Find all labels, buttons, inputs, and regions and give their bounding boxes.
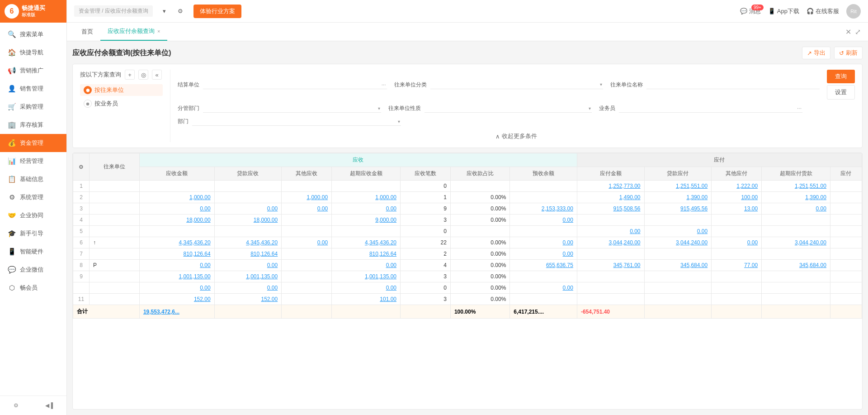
th-ar-count: 应收笔数 bbox=[401, 167, 451, 181]
sidebar-item-purchase[interactable]: 🛒 采购管理 bbox=[0, 98, 66, 116]
sidebar-label-sales: 销售管理 bbox=[20, 85, 43, 93]
sidebar-label-enterprise: 企业协同 bbox=[20, 211, 43, 219]
tab-close-btn[interactable]: × bbox=[157, 29, 160, 34]
total-ar-amount: 19,553,472,6... bbox=[139, 305, 214, 319]
sidebar-item-operations[interactable]: 📊 经营管理 bbox=[0, 152, 66, 170]
sidebar-item-beginner[interactable]: 🎓 新手引导 bbox=[0, 224, 66, 243]
partner-name-input[interactable] bbox=[646, 81, 820, 89]
dropdown-icon[interactable]: ▾ bbox=[157, 5, 171, 18]
table-row: 6↑4,345,436.204,345,436.200.004,345,436.… bbox=[73, 237, 862, 248]
sidebar-label-search-menu: 搜索菜单 bbox=[20, 30, 43, 38]
header-right: 💬 消息 99+ 📱 App下载 🎧 在线客服 Rit bbox=[740, 4, 861, 19]
th-ar-other: 其他应收 bbox=[282, 167, 332, 181]
tab-home[interactable]: 首页 bbox=[74, 23, 100, 40]
sidebar-label-operations: 经营管理 bbox=[20, 157, 43, 165]
breadcrumb: 资金管理 / 应收应付余额查询 bbox=[74, 5, 153, 17]
promo-button[interactable]: 体验行业方案 bbox=[193, 5, 241, 18]
sidebar-label-inventory: 库存核算 bbox=[20, 121, 43, 129]
sidebar-icon-smart-hardware: 📱 bbox=[7, 247, 16, 256]
table-row: 418,000.0018,000.009,000.0030.00%0.00 bbox=[73, 215, 862, 226]
export-button[interactable]: ↗ 导出 bbox=[802, 47, 830, 59]
sidebar-settings-btn[interactable]: ⚙ bbox=[9, 400, 23, 411]
total-ap-loan bbox=[644, 305, 712, 319]
filter-settings-button[interactable]: 设置 bbox=[827, 85, 855, 100]
collapse-filter-btn[interactable]: ∧ 收起更多条件 bbox=[491, 130, 542, 142]
sidebar-icon-sales: 👤 bbox=[7, 84, 16, 93]
sidebar-label-system: 系统管理 bbox=[20, 193, 43, 201]
tab-close-window-icon[interactable]: ✕ bbox=[845, 28, 851, 36]
salesperson-input[interactable] bbox=[619, 104, 802, 112]
partner-nature-input[interactable] bbox=[425, 104, 592, 112]
sidebar-bottom: ⚙ ◀▐ bbox=[0, 396, 66, 415]
app-logo: 6 畅捷通买 标准版 bbox=[0, 0, 66, 23]
refresh-button[interactable]: ↺ 刷新 bbox=[834, 47, 863, 59]
refresh-label: 刷新 bbox=[846, 49, 858, 57]
filter-arrow-icon[interactable]: « bbox=[152, 70, 162, 80]
total-ar-overdue bbox=[332, 305, 401, 319]
department-input[interactable] bbox=[192, 117, 401, 125]
dept-in-charge-input[interactable] bbox=[203, 104, 381, 112]
th-partner: 往来单位 bbox=[90, 153, 140, 181]
total-row: 合计 19,553,472,6... 100.00% 6,417,215....… bbox=[73, 305, 862, 319]
tab-maximize-icon[interactable]: ⤢ bbox=[855, 28, 861, 36]
sidebar-item-system[interactable]: ⚙ 系统管理 bbox=[0, 188, 66, 206]
online-service-area[interactable]: 🎧 在线客服 bbox=[807, 7, 839, 15]
sidebar-collapse-btn[interactable]: ◀▐ bbox=[41, 400, 58, 411]
sidebar-item-sales[interactable]: 👤 销售管理 bbox=[0, 80, 66, 98]
sidebar-item-quick-nav[interactable]: 🏠 快捷导航 bbox=[0, 43, 66, 62]
table-row: 8P0.000.000.0040.00%655,636.75345,761.00… bbox=[73, 260, 862, 271]
tab-active-label: 应收应付余额查询 bbox=[108, 27, 155, 35]
partner-category-input[interactable] bbox=[430, 81, 604, 89]
sidebar-label-basic-info: 基础信息 bbox=[20, 175, 43, 183]
page-content: 应收应付余额查询(按往来单位) ↗ 导出 ↺ 刷新 按以下方案查询 bbox=[67, 41, 868, 415]
sidebar-icon-finance: 💰 bbox=[7, 138, 16, 148]
total-ap-amount: -654,751.40 bbox=[577, 305, 644, 319]
sidebar-item-inventory[interactable]: 🏢 库存核算 bbox=[0, 116, 66, 134]
online-service-icon: 🎧 bbox=[807, 8, 814, 14]
filter-target-icon[interactable]: ◎ bbox=[138, 70, 148, 80]
collapse-icon: ∧ bbox=[495, 133, 500, 140]
sidebar-item-search-menu[interactable]: 🔍 搜索菜单 bbox=[0, 25, 66, 43]
sidebar-item-member[interactable]: ⬡ 畅会员 bbox=[0, 279, 66, 297]
refresh-icon: ↺ bbox=[839, 50, 844, 57]
th-payable-group: 应付 bbox=[577, 153, 862, 167]
query-button[interactable]: 查询 bbox=[827, 70, 855, 83]
notification-area[interactable]: 💬 消息 99+ bbox=[740, 7, 761, 15]
export-label: 导出 bbox=[814, 49, 826, 57]
notification-badge: 99+ bbox=[751, 5, 764, 10]
user-avatar[interactable]: Rit bbox=[846, 4, 861, 19]
sidebar-icon-member: ⬡ bbox=[7, 283, 16, 292]
filter-option-salesperson[interactable]: ⏺ 按业务员 bbox=[80, 98, 163, 110]
th-ap-amount: 应付金额 bbox=[577, 167, 644, 181]
app-download-area[interactable]: 📱 App下载 bbox=[768, 7, 799, 15]
sidebar-item-smart-hardware[interactable]: 📱 智能硬件 bbox=[0, 243, 66, 261]
sidebar-icon-beginner: 🎓 bbox=[7, 229, 16, 238]
sidebar-item-finance[interactable]: 💰 资金管理 bbox=[0, 134, 66, 152]
page-header: 应收应付余额查询(按往来单位) ↗ 导出 ↺ 刷新 bbox=[72, 47, 863, 59]
online-service-label: 在线客服 bbox=[816, 7, 839, 15]
filter-option-partner[interactable]: ⬢ 按往来单位 bbox=[80, 84, 163, 96]
th-ap-col: 应付 bbox=[830, 167, 862, 181]
th-ar-advance: 预收余额 bbox=[510, 167, 577, 181]
table-row: 21,000.001,000.001,000.0010.00%1,490.001… bbox=[73, 192, 862, 203]
settlement-unit-label: 结算单位 bbox=[178, 81, 199, 89]
th-ar-loan: 贷款应收 bbox=[214, 167, 282, 181]
page-header-actions: ↗ 导出 ↺ 刷新 bbox=[802, 47, 863, 59]
sidebar-item-enterprise-wechat[interactable]: 💬 企业微信 bbox=[0, 261, 66, 279]
app-version: 标准版 bbox=[22, 12, 45, 18]
page-title: 应收应付余额查询(按往来单位) bbox=[72, 48, 171, 58]
dept-dropdown: ▾ bbox=[378, 106, 380, 111]
filter-area: 按以下方案查询 + ◎ « ⬢ 按往来单位 ⏺ 按业务员 bbox=[72, 64, 863, 148]
sidebar-label-smart-hardware: 智能硬件 bbox=[20, 248, 43, 256]
tab-active[interactable]: 应收应付余额查询 × bbox=[100, 23, 167, 41]
sidebar-icon-basic-info: 📋 bbox=[7, 175, 16, 184]
sidebar-item-enterprise[interactable]: 🤝 企业协同 bbox=[0, 206, 66, 224]
data-table: ⚙ 往来单位 应收 应付 应收金额 贷款应收 其他应收 超期应收金额 应收笔数 … bbox=[73, 153, 862, 319]
settlement-unit-input[interactable] bbox=[203, 81, 387, 89]
sidebar-item-marketing[interactable]: 📢 营销推广 bbox=[0, 62, 66, 80]
app-download-icon: 📱 bbox=[768, 8, 775, 14]
settings-icon[interactable]: ⚙ bbox=[174, 5, 187, 18]
filter-add-icon[interactable]: + bbox=[125, 70, 135, 80]
th-settings[interactable]: ⚙ bbox=[73, 153, 90, 181]
sidebar-item-basic-info[interactable]: 📋 基础信息 bbox=[0, 170, 66, 188]
